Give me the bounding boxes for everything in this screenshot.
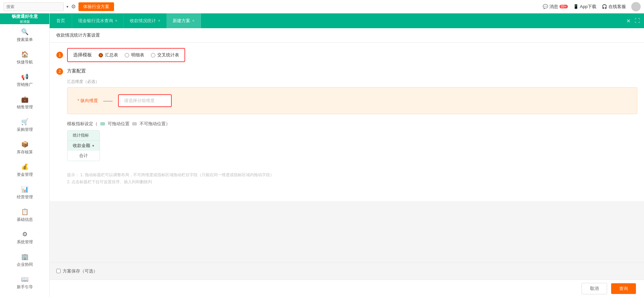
top-bar-right: 💬 消息 99+ 📱 App下载 🎧 在线客服 [543,2,641,11]
sidebar-item-marketing[interactable]: 📢 营销推广 [0,69,49,92]
tab-cashflow[interactable]: 现金银行流水查询 × [72,13,124,28]
dimension-box: 汇总维度（必选） * 纵向维度 —— 请选择分组维度 [67,79,637,114]
logo-main: 畅捷通好生意 [12,13,38,19]
enterprise-icon: 🏢 [21,253,29,260]
tip-item-2: 2. 点击标题栏下拉可设置排序、插入列和删除列 [67,179,637,185]
step2-content: 方案配置 汇总维度（必选） * 纵向维度 —— [67,68,637,190]
tab-new-plan[interactable]: 新建方案 × [167,13,201,28]
query-button[interactable]: 查询 [611,283,636,294]
sidebar-item-search[interactable]: 🔍 搜索菜单 [0,24,49,47]
close-window-icon[interactable]: ✕ [626,18,631,24]
sidebar-item-enterprise[interactable]: 🏢 企业协同 [0,249,49,271]
sidebar-item-label: 经营管理 [17,194,33,200]
footer-section: 方案保存（可选） [50,262,644,280]
tab-cashflow-close[interactable]: × [115,18,117,23]
sidebar-item-label: 销售管理 [17,104,33,110]
radio-detail-input[interactable] [125,53,129,57]
dimension-row: * 纵向维度 —— 请选择分组维度 [77,94,627,107]
purchase-icon: 🛒 [21,118,29,126]
dropdown-arrow-icon[interactable]: ▾ [66,4,68,9]
save-plan-checkbox-row[interactable]: 方案保存（可选） [56,268,637,274]
save-plan-label: 方案保存（可选） [63,268,98,274]
page-content: 收款情况统计方案设置 1 选择模板 汇总表 [50,28,644,262]
online-service-item[interactable]: 🎧 在线客服 [602,4,626,10]
avatar[interactable] [631,2,641,11]
radio-detail[interactable]: 明细表 [125,52,144,58]
sales-icon: 💼 [21,96,29,103]
action-bar: 取消 查询 [50,280,644,297]
arrow-icon: —— [103,98,113,103]
tab-new-plan-close[interactable]: × [192,18,195,23]
cancel-button[interactable]: 取消 [582,283,607,294]
expand-window-icon[interactable]: ⛶ [635,18,640,24]
tab-new-plan-label: 新建方案 [173,18,190,24]
message-item[interactable]: 💬 消息 99+ [543,4,568,10]
page-breadcrumb: 收款情况统计方案设置 [50,28,644,43]
non-draggable-label: 不可拖动位置） [140,121,170,127]
system-icon: ⚙ [22,231,28,238]
sidebar-item-label: 搜索菜单 [17,37,33,43]
sidebar-item-management[interactable]: 📊 经营管理 [0,182,49,204]
search-menu-icon: 🔍 [21,28,29,36]
radio-summary-label: 汇总表 [105,52,118,58]
trial-button[interactable]: 体验行业方案 [78,2,114,11]
vertical-dimension-label: * 纵向维度 [77,98,98,104]
home-icon: 🏠 [21,51,29,58]
indicator-header-text: 统计指标 [73,133,89,138]
sidebar-item-basic-info[interactable]: 📋 基础信息 [0,204,49,227]
save-plan-checkbox[interactable] [56,269,61,273]
dimension-title-text: 汇总维度（必选） [67,79,99,84]
sidebar-item-home[interactable]: 🏠 快捷导航 [0,47,49,69]
app-download-item[interactable]: 📱 App下载 [573,4,596,10]
sidebar-item-label: 资金管理 [17,172,33,178]
radio-cross[interactable]: 交叉统计表 [151,52,179,58]
draggable-indicator-icon [100,122,105,126]
main-layout: 畅捷通好生意 标准版 🔍 搜索菜单 🏠 快捷导航 📢 营销推广 💼 销售管理 🛒… [0,13,644,297]
finance-icon: 💰 [21,163,29,170]
sidebar-item-guide[interactable]: 📖 新手引导 [0,271,49,294]
sidebar-logo: 畅捷通好生意 标准版 [0,13,49,24]
indicator-label: 模板指标设定（ 可拖动位置 不可拖动位置） [67,121,637,127]
tab-receipt-close[interactable]: × [158,18,160,23]
form-section: 1 选择模板 汇总表 明细表 [50,43,644,201]
tip-item-1: 提示： 1. 拖动标题栏可以调整布局，不可跨维度或指标区域拖动栏目字段（只能在同… [67,172,637,178]
sidebar-item-finance[interactable]: 💰 资金管理 [0,159,49,182]
radio-detail-label: 明细表 [131,52,144,58]
message-icon: 💬 [543,4,548,9]
radio-summary-input[interactable] [99,53,103,57]
radio-cross-input[interactable] [151,53,155,57]
sidebar-item-system[interactable]: ⚙ 系统管理 [0,227,49,249]
tab-receipt-label: 收款情况统计 [130,18,156,24]
tab-home[interactable]: 首页 [50,13,72,28]
indicator-section: 模板指标设定（ 可拖动位置 不可拖动位置） 统计指标 [67,121,637,162]
sidebar-item-purchase[interactable]: 🛒 采购管理 [0,114,49,137]
settings-icon[interactable]: ⚙ [71,3,76,10]
sidebar-item-hardware[interactable]: 🔧 智能硬件 [0,294,49,297]
tab-receipt[interactable]: 收款情况统计 × [124,13,167,28]
chevron-down-icon[interactable]: ▾ [92,144,94,148]
sidebar: 畅捷通好生意 标准版 🔍 搜索菜单 🏠 快捷导航 📢 营销推广 💼 销售管理 🛒… [0,13,50,297]
sidebar-item-label: 系统管理 [17,239,33,245]
step1-row: 1 选择模板 汇总表 明细表 [56,48,637,62]
app-icon: 📱 [573,4,579,9]
sidebar-item-inventory[interactable]: 📦 库存核算 [0,137,49,159]
content-area: 首页 现金银行流水查询 × 收款情况统计 × 新建方案 × ✕ ⛶ 收款情况统计… [50,13,644,297]
indicator-subtotal-label: 合计 [79,153,88,158]
sidebar-item-label: 新手引导 [17,284,33,290]
top-bar: ▾ ⚙ 体验行业方案 💬 消息 99+ 📱 App下载 🎧 在线客服 [0,0,644,13]
main-panel: 收款情况统计方案设置 1 选择模板 汇总表 [50,28,644,201]
radio-summary[interactable]: 汇总表 [99,52,118,58]
indicator-amount-cell[interactable]: 收款金额 ▾ [67,141,100,151]
template-section: 选择模板 汇总表 明细表 [67,48,185,62]
message-badge: 99+ [559,5,568,8]
radio-cross-label: 交叉统计表 [157,52,179,58]
sidebar-item-sales[interactable]: 💼 销售管理 [0,92,49,114]
guide-icon: 📖 [21,276,29,283]
sidebar-item-label: 快捷导航 [17,59,33,65]
search-input[interactable] [3,2,64,11]
tab-cashflow-label: 现金银行流水查询 [78,18,113,24]
logo-sub: 标准版 [12,19,38,24]
step2-label: 方案配置 [67,68,86,73]
headset-icon: 🎧 [602,4,607,9]
dimension-select[interactable]: 请选择分组维度 [118,94,172,107]
